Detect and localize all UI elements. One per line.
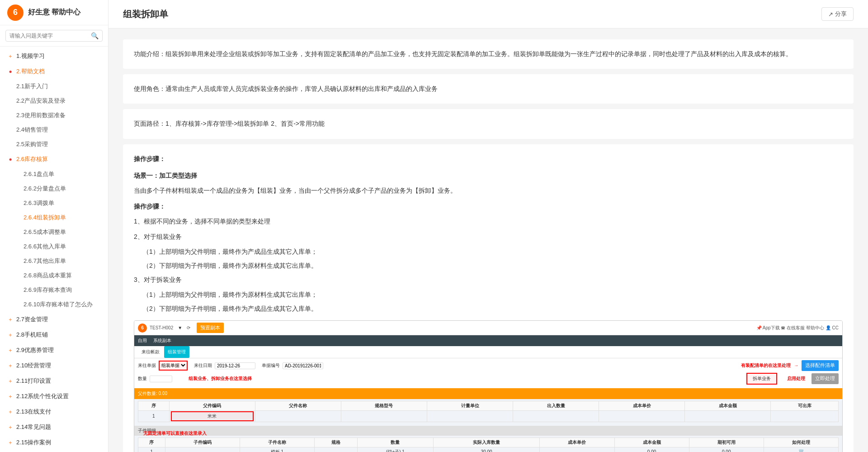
form-label-id: 单据编号 — [262, 362, 280, 370]
col-seq: 序 — [138, 401, 170, 411]
tab-accounts[interactable]: 来往帐款 — [138, 346, 163, 358]
sidebar-item-ops[interactable]: ＋ 2.10经营管理 — [0, 358, 108, 373]
sidebar-item-coupon[interactable]: ＋ 2.9优惠券管理 — [0, 343, 108, 358]
col-unit: 计量单位 — [427, 401, 513, 411]
operations-card: 操作步骤： 场景一：加工类型选择 当由多个子件材料组装成一个成品的业务为【组装】… — [123, 144, 854, 452]
col-parent-code: 父件编码 — [169, 401, 255, 411]
cell-avail — [771, 411, 839, 422]
cell-price — [599, 411, 685, 422]
tab-assembly[interactable]: 组装管理 — [164, 346, 189, 358]
select-bom-btn[interactable]: 选择配件清单 — [802, 360, 839, 371]
sidebar-item-assembly[interactable]: 2.6.4组装拆卸单 — [0, 210, 108, 225]
sidebar-item-stock-check[interactable]: 2.6.9库存账本查询 — [0, 283, 108, 297]
parent-table-header-row: 序 父件编码 父件名称 规格型号 计量单位 出入数量 成本单价 成本金额 可出库 — [138, 401, 839, 411]
app-icons-area: 📌 App下载 ☎ 在线客服 帮助中心 👤 CC — [756, 324, 839, 332]
sidebar-item-purchase[interactable]: 2.5采购管理 — [0, 137, 108, 152]
plus-icon6: ＋ — [7, 378, 14, 384]
plus-icon8: ＋ — [7, 409, 14, 415]
annotation1-area: 有装配清单的在这里处理 → 选择配件清单 — [741, 360, 839, 371]
parent-table-row-1: 1 米米 — [138, 411, 839, 422]
form-qty-input[interactable] — [150, 376, 172, 382]
business-type-select[interactable]: 拆单业务 — [746, 373, 777, 385]
step2: 2、对于组装业务 — [134, 231, 843, 243]
logo-text: 好生意 帮助中心 — [28, 8, 80, 17]
sidebar-item-install[interactable]: 2.2产品安装及登录 — [0, 94, 108, 108]
app-preset-btn[interactable]: 预置副本 — [197, 323, 224, 333]
form-type-dropdown[interactable]: 组装单据 拆卸单据 — [160, 362, 187, 368]
annotation2-area: 组装业务、拆卸业务在这里选择 — [189, 375, 252, 383]
parent-section-header: 父件数量: 0.00 — [134, 388, 842, 399]
sub-section-label: 子件明细 — [138, 428, 156, 433]
app-refresh-icon: ⟳ — [187, 324, 190, 332]
step3: 3、对于拆装业务 — [134, 274, 843, 285]
plus-icon10: ＋ — [7, 439, 14, 446]
sidebar-item-faq[interactable]: ＋ 2.14常见问题 — [0, 419, 108, 435]
search-wrap[interactable]: 🔍 — [5, 30, 103, 42]
sidebar-item-cost-adjust[interactable]: 2.6.5成本调整单 — [0, 225, 108, 239]
sidebar-item-video[interactable]: ＋ 1.视频学习 — [0, 48, 108, 64]
app-tabs: 来往帐款 组装管理 — [134, 346, 842, 358]
step2-1: （1）上部明细为父件明细，最终作为产成品生成其它入库单； — [134, 246, 843, 257]
sidebar-item-customize[interactable]: ＋ 2.12系统个性化设置 — [0, 389, 108, 404]
sidebar-item-cases[interactable]: ＋ 2.15操作案例 — [0, 435, 108, 450]
sidebar-item-other-in[interactable]: 2.6.6其他入库单 — [0, 239, 108, 254]
cell-code: 米米 — [169, 411, 255, 422]
form-label-type: 来往单据 — [138, 362, 156, 370]
cell-seq: 1 — [138, 411, 170, 422]
search-input[interactable] — [9, 33, 91, 39]
sidebar-header: 6 好生意 帮助中心 — [0, 0, 108, 25]
sidebar-item-inventory[interactable]: ● 2.6库存核算 — [0, 152, 108, 167]
step2-2: （2）下部明细为子件明细，最终作为原材料生成其它出库单。 — [134, 260, 843, 271]
plus-icon: ＋ — [7, 53, 14, 59]
sub-col-amount: 成本金额 — [614, 438, 689, 447]
sub-col-price: 成本单价 — [540, 438, 614, 447]
sidebar-item-stock-error[interactable]: 2.6.10库存账本错了怎么办 — [0, 297, 108, 312]
app-screenshot: 6 TEST-H002 ▼ ⟳ 预置副本 📌 App下载 ☎ 在线客服 帮助中心… — [134, 320, 843, 452]
sub-table-area: 无固定清单可以直接在这里录入 序 子件编码 子件名称 规格 数量 实 — [134, 438, 842, 452]
sidebar-item-label: 2.6库存核算 — [16, 155, 48, 163]
form-type-select[interactable]: 组装单据 拆卸单据 — [159, 361, 188, 371]
sidebar-item-docs[interactable]: ● 2.帮助文档 — [0, 64, 108, 79]
sub-col-actual: 实际入库数量 — [433, 438, 539, 447]
confirm-btn[interactable]: 立即处理 — [811, 373, 839, 384]
sidebar-item-cost-calc[interactable]: 2.6.8商品成本重算 — [0, 268, 108, 283]
app-dropdown[interactable]: ▼ — [178, 324, 182, 332]
logo-icon: 6 — [7, 5, 24, 21]
sub-col-spec: 规格 — [315, 438, 358, 447]
parent-table-area: 序 父件编码 父件名称 规格型号 计量单位 出入数量 成本单价 成本金额 可出库 — [134, 401, 842, 424]
main-header: 组装拆卸单 ↗ 分享 — [108, 0, 868, 29]
sidebar-item-print[interactable]: ＋ 2.11打印设置 — [0, 373, 108, 389]
sidebar-item-new-user[interactable]: 2.1新手入门 — [0, 79, 108, 94]
plus-icon9: ＋ — [7, 424, 14, 430]
sidebar-item-other-out[interactable]: 2.6.7其他出库单 — [0, 254, 108, 268]
form-id-input[interactable] — [283, 362, 323, 369]
sidebar-item-prepare[interactable]: 2.3使用前数据准备 — [0, 108, 108, 123]
scene1-title: 场景一：加工类型选择 — [134, 170, 843, 181]
sidebar-item-pay[interactable]: ＋ 2.13在线支付 — [0, 404, 108, 419]
sidebar-item-partial[interactable]: 2.6.2分量盘点单 — [0, 181, 108, 196]
annotation2-text: 组装业务、拆卸业务在这里选择 — [189, 376, 252, 381]
main-area: 组装拆卸单 ↗ 分享 功能介绍：组装拆卸单用来处理企业组装或拆卸等加工业务，支持… — [108, 0, 868, 452]
intro-text: 功能介绍：组装拆卸单用来处理企业组装或拆卸等加工业务，支持有固定装配清单的产品加… — [134, 48, 843, 60]
annotation1-text: 有装配清单的在这里处理 — [741, 363, 791, 368]
form-date-input[interactable] — [215, 362, 255, 369]
role-text: 使用角色：通常由生产人员或库管人员完成拆装业务的操作，库管人员确认原材料的出库和… — [134, 83, 843, 95]
nav-section: ＋ 1.视频学习 ● 2.帮助文档 2.1新手入门 2.2产品安装及登录 2.3… — [0, 47, 108, 452]
col-cost-amount: 成本金额 — [685, 401, 771, 411]
scene1-desc: 当由多个子件材料组装成一个成品的业务为【组装】业务，当由一个父件拆分成多个子产品… — [134, 185, 843, 196]
form-row-radio: 数量 组装业务、拆卸业务在这里选择 拆单业务 启用处理 — [138, 373, 839, 385]
sidebar-item-adjust[interactable]: 2.6.3调拨单 — [0, 196, 108, 210]
search-box: 🔍 — [0, 25, 108, 47]
sub-col-seq: 序 — [138, 438, 165, 447]
app-form-area: 来往单据 组装单据 拆卸单据 来往日期 单据编号 — [134, 358, 842, 388]
sidebar-item-stocktake[interactable]: 2.6.1盘点单 — [0, 167, 108, 181]
sidebar-item-mobile[interactable]: ＋ 2.8手机旺铺 — [0, 327, 108, 343]
cell-spec — [341, 411, 427, 422]
search-icon: 🔍 — [91, 32, 99, 39]
sidebar-item-sales[interactable]: 2.4销售管理 — [0, 123, 108, 137]
annotation3-area: 启用处理 — [787, 375, 805, 383]
sub-section-bar: 子件明细 — [134, 426, 842, 436]
share-button[interactable]: ↗ 分享 — [821, 7, 854, 21]
sidebar-item-finance[interactable]: ＋ 2.7资金管理 — [0, 312, 108, 327]
page-title: 组装拆卸单 — [123, 8, 168, 20]
